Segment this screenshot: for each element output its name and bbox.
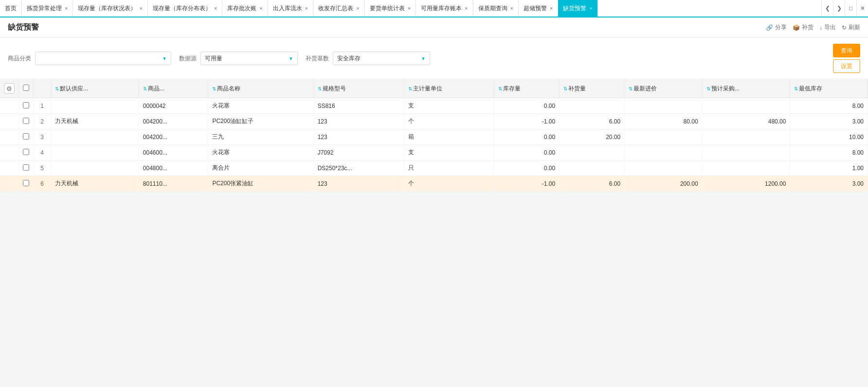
column-header-name[interactable]: ⇅ 商品名称 (208, 79, 313, 98)
row-number: 6 (34, 176, 51, 192)
row-checkbox[interactable] (23, 180, 29, 186)
table-row: 10000042火花塞SS816支0.008.00 (0, 98, 868, 114)
category-select[interactable]: ▼ (35, 52, 171, 65)
column-header-spec[interactable]: ⇅ 规格型号 (313, 79, 404, 98)
tab-close-icon[interactable]: × (510, 5, 513, 11)
sort-icon-min-stock: ⇅ (794, 86, 798, 91)
refresh-button[interactable]: ↻ 刷新 (842, 23, 860, 32)
query-button[interactable]: 查询 (833, 44, 860, 57)
row-code: 801110... (139, 176, 208, 192)
column-header-unit[interactable]: ⇅ 主计量单位 (404, 79, 494, 98)
column-header-min-stock[interactable]: ⇅ 最低库存 (790, 79, 868, 98)
column-header-latest-price[interactable]: ⇅ 最新进价 (625, 79, 702, 98)
tab-close-icon[interactable]: × (139, 5, 142, 11)
row-checkbox-cell[interactable] (19, 129, 34, 145)
tab-close-icon[interactable]: × (589, 5, 592, 11)
row-gear-cell (0, 129, 19, 145)
row-checkbox[interactable] (23, 133, 29, 140)
tab-item-超储预警[interactable]: 超储预警× (519, 0, 558, 17)
column-label-name: 商品名称 (217, 85, 240, 93)
tab-item-首页[interactable]: 首页 (0, 0, 22, 17)
replenish-basis-select[interactable]: 安全库存 ▼ (333, 52, 430, 65)
tab-label: 缺货预警 (563, 4, 586, 13)
row-min-stock: 3.00 (790, 114, 868, 129)
tab-next-button[interactable]: ❯ (833, 0, 845, 17)
column-header-gear[interactable]: ⚙ (0, 79, 19, 98)
tab-item-要货单统计表[interactable]: 要货单统计表× (365, 0, 416, 17)
tab-item-库存批次账[interactable]: 库存批次账× (222, 0, 268, 17)
select-all-checkbox[interactable] (23, 85, 29, 91)
row-checkbox-cell[interactable] (19, 98, 34, 114)
tab-item-收发存汇总表[interactable]: 收发存汇总表× (313, 0, 364, 17)
column-header-code[interactable]: ⇅ 商品... (139, 79, 208, 98)
row-gear-cell (0, 145, 19, 160)
tab-close-icon[interactable]: × (65, 5, 68, 11)
tab-close-icon[interactable]: × (408, 5, 411, 11)
column-label-min-stock: 最低库存 (799, 85, 822, 93)
tab-close-icon[interactable]: × (305, 5, 308, 11)
row-estimated-purchase (702, 160, 790, 176)
row-checkbox-cell[interactable] (19, 114, 34, 129)
tab-item-拣货异常处理[interactable]: 拣货异常处理× (22, 0, 73, 17)
tab-prev-button[interactable]: ❮ (821, 0, 833, 17)
row-supplier (51, 129, 139, 145)
data-table: ⚙ ⇅ 默认供应... ⇅ (0, 79, 868, 192)
row-min-stock: 3.00 (790, 176, 868, 192)
column-header-stock[interactable]: ⇅ 库存量 (494, 79, 560, 98)
row-unit: 个 (404, 114, 494, 129)
column-label-code: 商品... (148, 85, 164, 93)
tab-close-icon[interactable]: × (214, 5, 217, 11)
table-row: 2力天机械004200...PC200油缸缸子123个-1.006.0080.0… (0, 114, 868, 129)
row-supplier: 力天机械 (51, 176, 139, 192)
row-checkbox-cell[interactable] (19, 176, 34, 192)
table-row: 6力天机械801110...PC200张紧油缸123个-1.006.00200.… (0, 176, 868, 192)
tab-close-all-button[interactable]: ✕ (856, 0, 868, 17)
tab-item-现存量（库存分布表）[interactable]: 现存量（库存分布表）× (148, 0, 222, 17)
settings-button[interactable]: 设置 (833, 59, 860, 73)
tab-close-icon[interactable]: × (465, 5, 468, 11)
row-checkbox[interactable] (23, 149, 29, 155)
tab-item-现存量（库存状况表）[interactable]: 现存量（库存状况表）× (73, 0, 147, 17)
column-settings-icon[interactable]: ⚙ (4, 83, 15, 94)
tab-close-icon[interactable]: × (550, 5, 553, 11)
replenish-basis-select-value: 安全库存 (337, 54, 419, 63)
column-header-estimated-purchase[interactable]: ⇅ 预计采购... (702, 79, 790, 98)
table-row: 5004800...离合片DS250*23c...只0.001.00 (0, 160, 868, 176)
tab-item-缺货预警[interactable]: 缺货预警× (558, 0, 597, 17)
row-checkbox-cell[interactable] (19, 145, 34, 160)
table-header-row: ⚙ ⇅ 默认供应... ⇅ (0, 79, 868, 98)
row-number: 1 (34, 98, 51, 114)
row-checkbox[interactable] (23, 118, 29, 124)
tab-label: 要货单统计表 (370, 4, 405, 13)
sort-icon-unit: ⇅ (408, 86, 412, 91)
tab-label: 可用量库存账本 (421, 4, 462, 13)
tab-restore-button[interactable]: □ (845, 0, 856, 17)
row-checkbox[interactable] (23, 164, 29, 171)
column-header-checkbox[interactable] (19, 79, 34, 98)
row-estimated-purchase: 1200.00 (702, 176, 790, 192)
tab-item-出入库流水[interactable]: 出入库流水× (268, 0, 313, 17)
column-header-supplier[interactable]: ⇅ 默认供应... (51, 79, 139, 98)
table-container: ⚙ ⇅ 默认供应... ⇅ (0, 79, 868, 192)
tab-label: 收发存汇总表 (318, 4, 353, 13)
row-checkbox[interactable] (23, 102, 29, 108)
tab-item-保质期查询[interactable]: 保质期查询× (473, 0, 519, 17)
column-header-replenish[interactable]: ⇅ 补货量 (560, 79, 625, 98)
tab-label: 首页 (5, 4, 17, 13)
tab-close-icon[interactable]: × (259, 5, 262, 11)
tab-close-icon[interactable]: × (356, 5, 359, 11)
row-spec: DS250*23c... (313, 160, 404, 176)
row-stock: -1.00 (494, 176, 560, 192)
row-checkbox-cell[interactable] (19, 160, 34, 176)
export-button[interactable]: ↓ 导出 (819, 23, 836, 32)
replenish-button[interactable]: 📦 补货 (793, 23, 814, 32)
tab-item-可用量库存账本[interactable]: 可用量库存账本× (416, 0, 473, 17)
category-label: 商品分类 (8, 54, 31, 63)
datasource-select[interactable]: 可用量 ▼ (200, 52, 298, 65)
row-code: 004600... (139, 145, 208, 160)
row-name: PC200油缸缸子 (208, 114, 313, 129)
sort-icon-spec: ⇅ (318, 86, 322, 91)
category-filter-group: 商品分类 ▼ (8, 52, 171, 65)
sort-icon-estimated-purchase: ⇅ (706, 86, 710, 91)
share-button[interactable]: 🔗 分享 (766, 23, 787, 32)
